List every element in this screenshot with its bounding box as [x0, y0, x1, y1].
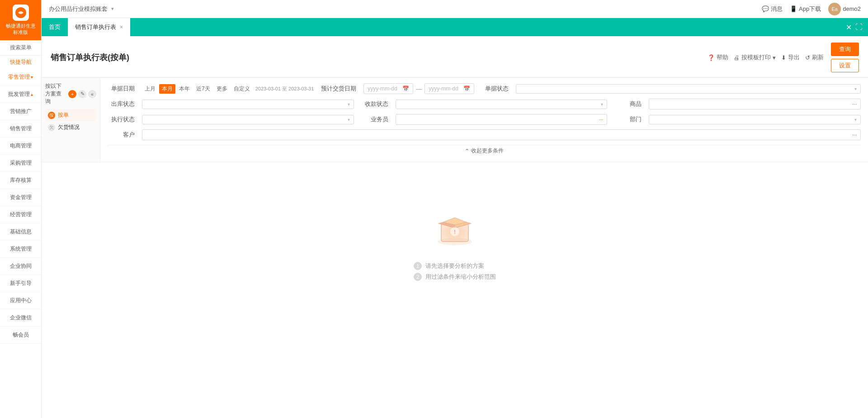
- window-maximize-button[interactable]: ⛶: [855, 23, 863, 31]
- sidebar-item-newbie[interactable]: 新手引导: [0, 275, 41, 292]
- scheme-add-button[interactable]: +: [68, 90, 76, 98]
- export-icon: ⬇: [781, 54, 786, 61]
- setting-button[interactable]: 设置: [831, 59, 859, 72]
- sidebar-item-enterprise[interactable]: 企业协同: [0, 258, 41, 275]
- filter-row-3: 执行状态 ▾ 业务员 ··· 部门 ▾: [108, 114, 861, 125]
- dept-select[interactable]: ▾: [649, 115, 861, 124]
- salesperson-label: 业务员: [361, 115, 388, 124]
- exec-label: 执行状态: [108, 115, 135, 124]
- message-label: 消息: [771, 5, 783, 13]
- tab-close-icon[interactable]: ×: [120, 24, 123, 30]
- empty-step-1: 1 请先选择要分析的方案: [414, 262, 496, 270]
- filter-area: 单据日期 上月 本月 本年 近7天 更多 自定义 2023-03-01 至 20…: [100, 78, 868, 162]
- scheme-edit-button[interactable]: ✎: [78, 90, 86, 98]
- expected-date-range: yyyy-mm-dd 📅 — yyyy-mm-dd 📅: [363, 83, 474, 94]
- svg-text:!: !: [454, 228, 456, 235]
- sidebar-item-ecommerce[interactable]: 电商管理: [0, 138, 41, 155]
- sidebar-item-marketing[interactable]: 营销推广: [0, 103, 41, 120]
- search-panel: 按以下方案查询 + ✎ « 按 按单 欠 欠货情况: [42, 78, 868, 162]
- username-label: demo2: [843, 5, 861, 12]
- date-tab-this-month[interactable]: 本月: [159, 84, 175, 94]
- breadcrumb-area: 办公用品行业模拟账套 ▾: [49, 5, 114, 13]
- empty-steps: 1 请先选择要分析的方案 2 用过滤条件来缩小分析范围: [414, 262, 496, 284]
- window-close-button[interactable]: ✕: [846, 23, 852, 32]
- doc-status-label: 单据状态: [481, 85, 509, 93]
- sidebar-item-appstore[interactable]: 应用中心: [0, 292, 41, 309]
- tab-bar-window-actions: ✕ ⛶: [840, 23, 868, 32]
- empty-state: ! 1 请先选择要分析的方案 2 用过滤条件来缩小分析范围: [42, 162, 868, 320]
- search-label: 搜索菜单: [10, 44, 32, 51]
- breadcrumb-dropdown-icon[interactable]: ▾: [111, 6, 114, 12]
- collapse-button[interactable]: ⌃ 收起更多条件: [108, 145, 861, 157]
- empty-step-2: 2 用过滤条件来缩小分析范围: [414, 273, 496, 281]
- payment-select[interactable]: ▾: [396, 100, 608, 109]
- goods-input[interactable]: ···: [649, 99, 861, 109]
- scheme-item-label-按单: 按单: [58, 111, 69, 119]
- sidebar-item-finance[interactable]: 资金管理: [0, 189, 41, 206]
- scheme-sidebar: 按以下方案查询 + ✎ « 按 按单 欠 欠货情况: [42, 78, 100, 162]
- help-button[interactable]: ❓ 帮助: [708, 53, 728, 62]
- tab-bar: 首页 销售订单执行表 × ✕ ⛶: [42, 18, 868, 36]
- exec-arrow: ▾: [348, 117, 350, 122]
- salesperson-dots: ···: [599, 116, 603, 123]
- query-button[interactable]: 查询: [831, 43, 859, 56]
- print-label: 按模板打印: [741, 53, 771, 62]
- tab-active[interactable]: 销售订单执行表 ×: [68, 18, 130, 36]
- goods-dots: ···: [852, 101, 857, 107]
- sidebar-item-wechat[interactable]: 企业微信: [0, 309, 41, 327]
- app-download-button[interactable]: 📱 App下载: [790, 5, 821, 13]
- print-dropdown-icon[interactable]: ▾: [773, 54, 776, 61]
- page-header: 销售订单执行表(按单) ❓ 帮助 🖨 按模板打印 ▾ ⬇: [42, 36, 868, 77]
- message-icon: 💬: [762, 5, 769, 12]
- top-header: 办公用品行业模拟账套 ▾ 💬 消息 📱 App下载 Ea demo2: [42, 0, 868, 18]
- page-title: 销售订单执行表(按单): [51, 52, 129, 63]
- doc-status-select[interactable]: ▾: [516, 84, 861, 94]
- payment-label: 收款状态: [361, 100, 388, 108]
- customer-input[interactable]: ···: [142, 129, 861, 140]
- scheme-inactive-icon: 欠: [48, 124, 55, 131]
- scheme-collapse-button[interactable]: «: [88, 90, 96, 98]
- exec-select[interactable]: ▾: [142, 115, 354, 124]
- sidebar: 畅捷通好生意 标准版 搜索菜单 快捷导航 零售管理 ▾ 批发管理 ▴ 营销推广 …: [0, 0, 42, 418]
- print-button[interactable]: 🖨 按模板打印 ▾: [734, 53, 776, 62]
- sidebar-item-member[interactable]: 畅会员: [0, 327, 41, 344]
- page-inner: 销售订单执行表(按单) ❓ 帮助 🖨 按模板打印 ▾ ⬇: [42, 36, 868, 418]
- date-tab-last-month[interactable]: 上月: [142, 84, 158, 94]
- step2-label: 用过滤条件来缩小分析范围: [425, 273, 496, 281]
- main-area: 办公用品行业模拟账套 ▾ 💬 消息 📱 App下载 Ea demo2 首页: [42, 0, 868, 418]
- salesperson-input[interactable]: ···: [396, 114, 608, 125]
- help-icon: ❓: [708, 54, 715, 61]
- delivery-select[interactable]: ▾: [142, 100, 354, 109]
- scheme-item-欠货[interactable]: 欠 欠货情况: [45, 121, 96, 133]
- sidebar-item-inventory[interactable]: 库存核算: [0, 172, 41, 189]
- sidebar-item-purchase[interactable]: 采购管理: [0, 155, 41, 172]
- calendar-icon-start: 📅: [402, 86, 409, 92]
- date-tab-custom[interactable]: 自定义: [231, 84, 253, 94]
- refresh-button[interactable]: ↺ 刷新: [805, 53, 824, 62]
- date-tab-this-year[interactable]: 本年: [176, 84, 193, 94]
- app-subname: 标准版: [13, 29, 28, 35]
- sidebar-item-operations[interactable]: 经营管理: [0, 206, 41, 223]
- quick-nav[interactable]: 快捷导航: [0, 56, 41, 69]
- user-menu[interactable]: Ea demo2: [828, 3, 861, 15]
- sidebar-item-system[interactable]: 系统管理: [0, 241, 41, 258]
- expected-date-start[interactable]: yyyy-mm-dd 📅: [363, 83, 413, 94]
- sidebar-item-basic[interactable]: 基础信息: [0, 223, 41, 241]
- scheme-item-按单[interactable]: 按 按单: [45, 109, 96, 121]
- filter-row-4: 客户 ···: [108, 129, 861, 140]
- sidebar-menu: 零售管理 ▾ 批发管理 ▴ 营销推广 销售管理 电商管理 采购管理 库存核算 资…: [0, 69, 41, 418]
- collapse-icon: ⌃: [465, 148, 469, 154]
- date-tab-7days[interactable]: 近7天: [193, 84, 213, 94]
- user-avatar: Ea: [828, 3, 841, 15]
- date-range-text: 2023-03-01 至 2023-03-31: [255, 86, 314, 92]
- export-label: 导出: [788, 53, 800, 62]
- expected-date-end[interactable]: yyyy-mm-dd 📅: [425, 83, 474, 94]
- export-button[interactable]: ⬇ 导出: [781, 53, 800, 62]
- sidebar-search[interactable]: 搜索菜单: [0, 40, 41, 56]
- message-button[interactable]: 💬 消息: [762, 5, 783, 13]
- tab-home[interactable]: 首页: [42, 18, 68, 36]
- sidebar-item-wholesale[interactable]: 批发管理 ▴: [0, 86, 41, 103]
- sidebar-item-sales[interactable]: 销售管理: [0, 120, 41, 138]
- date-tab-more[interactable]: 更多: [214, 84, 230, 94]
- sidebar-item-retail[interactable]: 零售管理 ▾: [0, 69, 41, 86]
